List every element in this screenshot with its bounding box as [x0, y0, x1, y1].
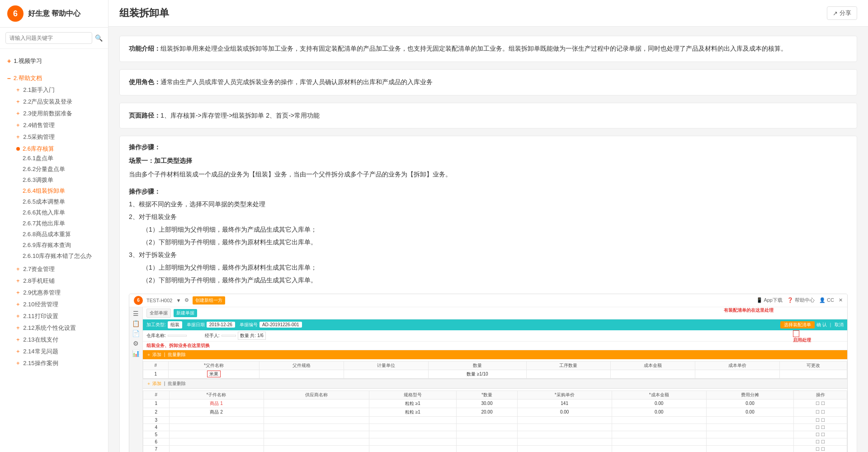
table-row: 2 商品 2 粒粒 ≥1 20.00 0.00 0.00 0.00 — [143, 408, 847, 416]
mock-row-op-6[interactable]: ☐ ☐ — [816, 439, 825, 444]
sidebar-item-beginner[interactable]: + 2.1新手入门 — [16, 84, 101, 96]
sidebar-item-other-out[interactable]: 2.6.7其他出库单 — [23, 218, 101, 229]
mock-bottom-section-header: ＋ 添加 | 批量删除 — [143, 379, 847, 389]
path-label: 页面路径： — [129, 112, 160, 119]
table-row: 4 ☐ ☐ — [143, 423, 847, 431]
mock-create-btn[interactable]: 创建新组一方 — [193, 296, 225, 305]
mock-row-op-2[interactable]: ☐ ☐ — [816, 409, 825, 414]
step3-sub2: （2）下部明细为子件明细，最终作为产成品生成其它入库单。 — [142, 274, 848, 286]
mock-col-child-qty: *数量 — [457, 390, 517, 399]
table-row: 5 ☐ ☐ — [143, 431, 847, 438]
sidebar-item-stocktake[interactable]: 2.6.1盘点单 — [23, 153, 101, 164]
ops-title: 操作步骤： — [129, 143, 848, 152]
sidebar-item-cases[interactable]: + 2.15操作案例 — [16, 357, 101, 369]
sidebar-item-cost-adj[interactable]: 2.6.5成本调整单 — [23, 196, 101, 207]
screenshot-container: 6 TEST-H002 ▼ ⚙ 创建新组一方 📱 App下载 ❓ 帮助中心 👤 … — [129, 294, 848, 452]
mock-select-bom-btn[interactable]: 选择装配清单 — [780, 321, 815, 328]
sidebar-item-sales[interactable]: + 2.4销售管理 — [16, 119, 101, 131]
screenshot-image: 6 TEST-H002 ▼ ⚙ 创建新组一方 📱 App下载 ❓ 帮助中心 👤 … — [129, 294, 847, 452]
share-button[interactable]: ↗ 分享 — [827, 6, 857, 20]
mock-logo: 6 — [134, 296, 143, 305]
sidebar-item-cost-recalc[interactable]: 2.6.8商品成本重算 — [23, 229, 101, 240]
mock-top-table-wrapper: # *父件名称 父件规格 计量单位 数量 工序数量 成本金额 成本单价 — [143, 359, 847, 379]
sidebar-item-purchase[interactable]: + 2.5采购管理 — [16, 131, 101, 143]
sidebar-item-inventory[interactable]: 2.6库存核算 — [16, 145, 101, 153]
mock-enable-field[interactable] — [793, 330, 799, 337]
mock-row-op-4[interactable]: ☐ ☐ — [816, 425, 825, 430]
mock-row-op-7[interactable]: ☐ ☐ — [816, 447, 825, 452]
mock-close-icon[interactable]: ✕ — [839, 297, 843, 303]
mock-add-sub-btn[interactable]: ＋ 添加 — [146, 381, 161, 387]
share-icon: ↗ — [833, 10, 838, 17]
sidebar-item-business[interactable]: + 2.10经营管理 — [16, 299, 101, 310]
mock-app-store-link: 📱 App下载 — [756, 297, 783, 304]
scene1-desc: 当由多个子件材料组装成一个成品的业务为【组装】业务，当由一个父件拆分成多个子产品… — [129, 169, 848, 180]
sidebar-item-transfer[interactable]: 2.6.3调拨单 — [23, 175, 101, 186]
search-icon[interactable]: 🔍 — [95, 34, 103, 42]
mock-col-alloc: 费用分摊 — [706, 390, 794, 399]
step2-subs: （1）上部明细为父件明细，最终作为产成品生成其它入库单； （2）下部明细为子件明… — [129, 223, 848, 248]
mock-batch-del-sub-btn[interactable]: 批量删除 — [168, 381, 186, 387]
sidebar-item-inv-ledger-fix[interactable]: 2.6.10库存账本错了怎么办 — [23, 251, 101, 262]
sidebar-item-data-prep[interactable]: + 2.3使用前数据准备 — [16, 108, 101, 119]
mock-bottom-table-wrapper: # *子件名称 供应商名称 规格型号 *数量 *采购单价 *成本金额 费用分摊 — [143, 389, 847, 452]
sidebar-item-inv-ledger[interactable]: 2.6.9库存账本查询 — [23, 240, 101, 251]
app-title: 好生意 帮助中心 — [28, 9, 80, 19]
table-row: 1 米果 数量 ≥1/10 — [143, 370, 847, 378]
sidebar-section-inventory: 2.6库存核算 2.6.1盘点单 2.6.2分量盘点单 2.6.3调拨单 — [16, 143, 101, 263]
step2-sub1: （1）上部明细为父件明细，最终作为产成品生成其它入库单； — [142, 223, 848, 236]
mock-handler-field[interactable] — [222, 335, 236, 337]
role-section: 使用角色：通常由生产人员或库管人员完成拆装业务的操作，库管人员确认原材料的出库和… — [119, 69, 857, 95]
role-label: 使用角色： — [129, 78, 160, 86]
table-row: 6 ☐ ☐ — [143, 438, 847, 445]
path-text: 页面路径：1、库存核算->库存管理->组装拆卸单 2、首页->常用功能 — [129, 110, 848, 121]
mock-system-bar: 6 TEST-H002 ▼ ⚙ 创建新组一方 📱 App下载 ❓ 帮助中心 👤 … — [129, 294, 847, 307]
sidebar-item-faq[interactable]: + 2.14常见问题 — [16, 346, 101, 357]
sidebar-item-coupon[interactable]: + 2.9优惠券管理 — [16, 287, 101, 299]
mock-icon-5: 📊 — [132, 350, 140, 357]
sidebar-header: 6 好生意 帮助中心 — [0, 0, 108, 28]
steps-title: 操作步骤： — [129, 185, 848, 198]
sidebar-item-docs[interactable]: – 2.帮助文档 — [7, 72, 101, 84]
mock-row-op-3[interactable]: ☐ ☐ — [816, 418, 825, 423]
sidebar-item-video[interactable]: + 1.视频学习 — [7, 55, 101, 67]
sidebar-item-payment[interactable]: + 2.13在线支付 — [16, 334, 101, 346]
mock-row-op-1[interactable]: ☐ ☐ — [816, 401, 825, 406]
mock-row-op-5[interactable]: ☐ ☐ — [816, 432, 825, 437]
mock-type-annotation: 组装业务、拆卸业务在这里切换 — [143, 342, 847, 350]
operations-section: 操作步骤： 场景一：加工类型选择 当由多个子件材料组装成一个成品的业务为【组装】… — [119, 136, 857, 452]
mock-icon-2: 📋 — [132, 320, 140, 327]
mock-doc-no-field[interactable]: AD-20191226-001 — [259, 322, 302, 328]
mock-col-cost-total: *成本金额 — [612, 390, 706, 399]
step3: 3、对于拆装业务 — [129, 248, 848, 261]
sidebar-item-video-label: 1.视频学习 — [14, 57, 42, 65]
mock-col-cost-price: 成本单价 — [695, 361, 780, 370]
sidebar-item-partial-stocktake[interactable]: 2.6.2分量盘点单 — [23, 164, 101, 175]
sidebar-item-finance[interactable]: + 2.7资金管理 — [16, 263, 101, 275]
feature-intro-text: 功能介绍：组装拆卸单用来处理企业组装或拆卸等加工业务，支持有固定装配清单的产品加… — [129, 43, 848, 54]
annotation-enable: 启用处理 — [793, 331, 811, 343]
mock-date-field[interactable]: 2019-12-26 — [207, 322, 235, 328]
sidebar-item-install[interactable]: + 2.2产品安装及登录 — [16, 96, 101, 108]
sidebar-item-customize[interactable]: + 2.12系统个性化设置 — [16, 322, 101, 334]
table-row: 3 ☐ ☐ — [143, 416, 847, 423]
feature-intro-label: 功能介绍： — [129, 45, 160, 52]
mock-parent-name-cell[interactable]: 米果 — [207, 371, 221, 377]
mock-tab-all[interactable]: 全部单据 — [146, 309, 171, 318]
sidebar-item-mobile[interactable]: + 2.8手机旺铺 — [16, 275, 101, 287]
mock-tab-new[interactable]: 新建单据 — [174, 309, 197, 317]
mock-warehouse-field[interactable] — [168, 335, 187, 337]
main-header: 组装拆卸单 ↗ 分享 — [108, 0, 868, 27]
sidebar-item-print[interactable]: + 2.11打印设置 — [16, 310, 101, 322]
mock-col-pur-price: *采购单价 — [517, 390, 612, 399]
mock-col-spec: 规格型号 — [369, 390, 457, 399]
sidebar-item-assembly[interactable]: 2.6.4组装拆卸单 — [23, 186, 101, 196]
mock-left-icon-bar: ☰ 📋 📄 ⚙ 📊 — [129, 307, 143, 452]
search-input[interactable] — [5, 32, 92, 44]
step2: 2、对于组装业务 — [129, 210, 848, 223]
sidebar-item-other-in[interactable]: 2.6.6其他入库单 — [23, 207, 101, 218]
mock-icon-3: 📄 — [132, 330, 140, 337]
sidebar-section-video: + 1.视频学习 — [0, 52, 108, 70]
mock-type-select[interactable]: 组装 — [168, 321, 182, 328]
mock-icon-4: ⚙ — [133, 340, 139, 347]
